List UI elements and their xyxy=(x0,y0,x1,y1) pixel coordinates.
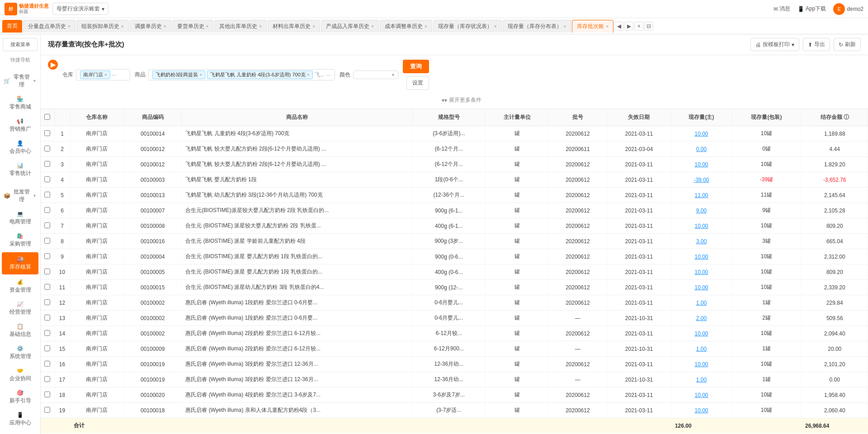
cell-checkbox[interactable] xyxy=(41,341,54,357)
tab-disassemble[interactable]: 组装拆卸单历史 × xyxy=(76,20,129,33)
cell-qty-main[interactable]: 10.00 xyxy=(671,387,731,403)
sidebar-item-app-center[interactable]: 📱 应用中心 xyxy=(0,408,40,430)
tab-close-icon[interactable]: × xyxy=(494,24,497,29)
sidebar-item-retail-shop[interactable]: 🏪 零售商城 xyxy=(0,92,40,114)
search-btn[interactable]: 查询 xyxy=(403,60,429,73)
tab-cost-adjust[interactable]: 成本调整单历史 × xyxy=(380,20,432,33)
tab-requisition[interactable]: 要货单历史 × xyxy=(172,20,214,33)
cell-qty-main[interactable]: 10.00 xyxy=(671,126,731,142)
message-btn[interactable]: ✉ 消息 xyxy=(774,5,790,13)
tab-close-icon[interactable]: × xyxy=(312,24,315,29)
cell-checkbox[interactable] xyxy=(41,203,54,218)
tab-split-inventory[interactable]: 分量盘点单历史 × xyxy=(23,20,75,33)
setting-btn[interactable]: 设置 xyxy=(406,76,429,90)
cell-checkbox[interactable] xyxy=(41,264,54,280)
cell-qty-main[interactable]: 10.00 xyxy=(671,403,731,418)
tab-transfer[interactable]: 调拨单历史 × xyxy=(130,20,171,33)
cell-qty-main[interactable]: 10.00 xyxy=(671,249,731,264)
cell-checkbox[interactable] xyxy=(41,357,54,372)
select-all-checkbox[interactable] xyxy=(44,114,50,120)
tab-other-out[interactable]: 其他出库单历史 × xyxy=(214,20,267,33)
tab-close-icon[interactable]: × xyxy=(206,24,209,29)
cell-checkbox[interactable] xyxy=(41,126,54,142)
product-tag-group[interactable]: 飞鹤奶粉3段两提装 × 飞鹤星飞帆 儿童奶粉 4段(3-6岁适用) 700克 ×… xyxy=(148,69,335,80)
cell-checkbox[interactable] xyxy=(41,172,54,188)
cell-qty-main[interactable]: 10.00 xyxy=(671,357,731,372)
cell-checkbox[interactable] xyxy=(41,234,54,249)
app-download-btn[interactable]: 📱 App下载 xyxy=(797,5,826,13)
search-menu-btn[interactable]: 搜索菜单 xyxy=(3,38,38,51)
filter-expand-btn[interactable]: ▾▾ 展开更多条件 xyxy=(62,96,861,104)
sidebar-item-operations[interactable]: 📈 经营管理 xyxy=(0,297,40,320)
sidebar-item-member[interactable]: 👤 会员中心 xyxy=(0,137,40,159)
cell-checkbox[interactable] xyxy=(41,218,54,234)
cell-qty-main[interactable]: 2.00 xyxy=(671,311,731,326)
sidebar-item-enterprise[interactable]: 🤝 企业协同 xyxy=(0,364,40,386)
print-btn[interactable]: 🖨 按模板打印 ▾ xyxy=(750,38,799,51)
cell-checkbox[interactable] xyxy=(41,372,54,387)
tab-next-btn[interactable]: ▶ xyxy=(624,22,633,31)
cell-qty-main[interactable]: 0.00 xyxy=(671,142,731,157)
cell-checkbox[interactable] xyxy=(41,157,54,172)
cell-checkbox[interactable] xyxy=(41,387,54,403)
cell-qty-main[interactable]: 10.00 xyxy=(671,280,731,295)
user-profile[interactable]: E demo2 xyxy=(833,3,863,15)
tag-close-icon[interactable]: × xyxy=(307,72,310,77)
tab-product-in[interactable]: 产成品入库单历史 × xyxy=(321,20,379,33)
tab-prev-btn[interactable]: ◀ xyxy=(614,22,623,31)
sidebar-item-retail[interactable]: 🛒 零售管理 ▼ xyxy=(0,70,40,92)
sidebar-item-enterprise-wechat[interactable]: 💬 企业微信 xyxy=(0,430,40,434)
tab-menu-btn[interactable]: ⊟ xyxy=(644,22,653,31)
tab-close-icon[interactable]: × xyxy=(259,24,262,29)
tab-close-all-btn[interactable]: × xyxy=(634,22,643,31)
cell-qty-main[interactable]: 10.00 xyxy=(671,157,731,172)
tab-inventory-dist[interactable]: 现存量（库存分布表） × xyxy=(503,20,571,33)
cell-qty-main[interactable]: 1.00 xyxy=(671,372,731,387)
sidebar-item-basic[interactable]: 📋 基础信息 xyxy=(0,320,40,342)
color-select[interactable]: ▾ xyxy=(353,71,398,79)
tab-close-icon[interactable]: × xyxy=(164,24,166,29)
sidebar-item-retail-stat[interactable]: 📊 零售统计 xyxy=(0,159,40,181)
tab-close-icon[interactable]: × xyxy=(606,24,609,29)
sidebar-item-guide[interactable]: 🎯 新手引导 xyxy=(0,386,40,408)
cell-qty-main[interactable]: 11.00 xyxy=(671,188,731,203)
cell-checkbox[interactable] xyxy=(41,249,54,264)
refresh-btn[interactable]: ↻ 刷新 xyxy=(834,38,861,51)
tab-close-icon[interactable]: × xyxy=(121,24,124,29)
export-btn[interactable]: ⬆ 导出 xyxy=(803,38,830,51)
tab-close-icon[interactable]: × xyxy=(564,24,566,29)
org-selector[interactable]: 母婴行业演示账套 ▾ xyxy=(52,3,108,15)
cell-checkbox[interactable] xyxy=(41,311,54,326)
sidebar-item-purchase[interactable]: 🛍️ 采购管理 xyxy=(0,229,40,251)
cell-checkbox[interactable] xyxy=(41,326,54,341)
cell-qty-main[interactable]: 3.00 xyxy=(671,234,731,249)
cell-qty-main[interactable]: 9.00 xyxy=(671,203,731,218)
quick-nav-btn[interactable]: 快捷导航 xyxy=(0,55,40,66)
tab-material-out[interactable]: 材料出库单历史 × xyxy=(268,20,320,33)
warehouse-tag-group[interactable]: 南岸门店 × ··· xyxy=(76,69,130,80)
tab-batch-voucher[interactable]: 库存批次账 × xyxy=(572,20,613,33)
tag-close-icon[interactable]: × xyxy=(199,72,202,77)
sidebar-item-system[interactable]: ⚙️ 系统管理 xyxy=(0,342,40,364)
cell-checkbox[interactable] xyxy=(41,403,54,418)
sidebar-item-wholesale[interactable]: 📦 批发管理 ▼ xyxy=(0,184,40,207)
cell-checkbox[interactable] xyxy=(41,295,54,311)
filter-toggle-btn[interactable]: ▶ xyxy=(48,60,58,70)
sidebar-item-ecommerce[interactable]: 💻 电商管理 xyxy=(0,207,40,229)
tab-inventory-status[interactable]: 现存量（库存状况表） × xyxy=(433,20,502,33)
cell-qty-main[interactable]: 1.00 xyxy=(671,295,731,311)
tab-home[interactable]: 首页 xyxy=(2,20,22,33)
tab-close-icon[interactable]: × xyxy=(371,24,374,29)
sidebar-item-marketing[interactable]: 📢 营销推广 xyxy=(0,114,40,137)
sidebar-item-finance[interactable]: 💰 资金管理 xyxy=(0,275,40,297)
cell-qty-main[interactable]: 1.00 xyxy=(671,341,731,357)
cell-qty-main[interactable]: 10.00 xyxy=(671,218,731,234)
cell-qty-main[interactable]: 10.00 xyxy=(671,264,731,280)
tab-close-icon[interactable]: × xyxy=(425,24,427,29)
cell-qty-main[interactable]: -39.00 xyxy=(671,172,731,188)
tab-close-icon[interactable]: × xyxy=(68,24,71,29)
cell-checkbox[interactable] xyxy=(41,142,54,157)
sidebar-item-inventory[interactable]: 🏭 库存核算 xyxy=(2,252,38,274)
tag-close-icon[interactable]: × xyxy=(104,72,107,77)
cell-qty-main[interactable]: 10.00 xyxy=(671,326,731,341)
